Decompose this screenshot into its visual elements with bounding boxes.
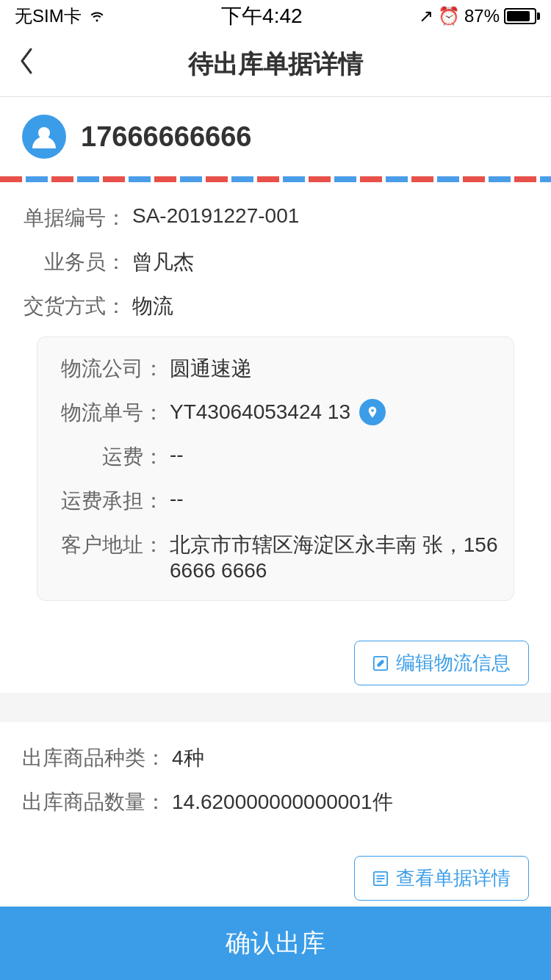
battery-percent: 87% (464, 6, 500, 26)
freight-value: -- (170, 443, 499, 466)
confirm-btn-wrap[interactable]: 确认出库 (0, 907, 551, 980)
nav-bar: 待出库单据详情 (0, 32, 551, 97)
salesman-label: 业务员： (22, 248, 132, 276)
location-status-icon: ↗ (419, 6, 433, 26)
page-title: 待出库单据详情 (188, 48, 363, 82)
freight-label: 运费： (52, 443, 170, 471)
logistics-company-label: 物流公司： (52, 355, 170, 383)
delivery-value: 物流 (132, 292, 529, 320)
edit-logistics-label: 编辑物流信息 (396, 650, 511, 676)
alarm-icon: ⏰ (438, 6, 460, 26)
goods-types-label: 出库商品种类： (22, 744, 172, 772)
logistics-card: 物流公司： 圆通速递 物流单号： YT43064053424 13 运费： --… (37, 336, 514, 601)
view-details-button[interactable]: 查看单据详情 (354, 856, 529, 901)
back-button[interactable] (18, 46, 35, 82)
status-bar: 无SIM卡 下午4:42 ↗ ⏰ 87% (0, 0, 551, 32)
order-no-label: 单据编号： (22, 204, 132, 232)
basic-info-section: 单据编号： SA-20191227-001 业务员： 曾凡杰 交货方式： 物流 … (0, 182, 551, 623)
goods-quantity-label: 出库商品数量： (22, 788, 172, 816)
logistics-company-row: 物流公司： 圆通速递 (52, 355, 499, 383)
order-no-value: SA-20191227-001 (132, 204, 529, 228)
edit-logistics-button[interactable]: 编辑物流信息 (354, 641, 529, 685)
freight-bear-label: 运费承担： (52, 487, 170, 515)
delivery-row: 交货方式： 物流 (22, 292, 529, 320)
wifi-icon (89, 6, 105, 26)
goods-types-row: 出库商品种类： 4种 (22, 744, 529, 772)
user-header: 17666666666 (0, 97, 551, 176)
battery-icon (504, 8, 536, 24)
goods-quantity-value: 14.620000000000001件 (172, 788, 529, 816)
tracking-number: YT43064053424 13 (170, 400, 350, 424)
status-time: 下午4:42 (221, 2, 303, 30)
address-value: 北京市市辖区海淀区永丰南 张，156 6666 6666 (170, 531, 499, 583)
goods-quantity-row: 出库商品数量： 14.620000000000001件 (22, 788, 529, 816)
status-left: 无SIM卡 (15, 4, 105, 28)
edit-btn-wrap: 编辑物流信息 (0, 623, 551, 693)
user-phone: 17666666666 (81, 121, 251, 153)
delivery-label: 交货方式： (22, 292, 132, 320)
logistics-company-value: 圆通速递 (170, 355, 499, 383)
salesman-value: 曾凡杰 (132, 248, 529, 276)
carrier-text: 无SIM卡 (15, 4, 82, 28)
avatar (22, 115, 66, 159)
tracking-value: YT43064053424 13 (170, 399, 499, 425)
freight-row: 运费： -- (52, 443, 499, 471)
salesman-row: 业务员： 曾凡杰 (22, 248, 529, 276)
order-no-row: 单据编号： SA-20191227-001 (22, 204, 529, 232)
address-row: 客户地址： 北京市市辖区海淀区永丰南 张，156 6666 6666 (52, 531, 499, 583)
address-label: 客户地址： (52, 531, 170, 559)
dashed-divider (0, 176, 551, 182)
location-icon[interactable] (359, 399, 386, 425)
goods-types-value: 4种 (172, 744, 529, 772)
section-divider (0, 693, 551, 707)
goods-section: 出库商品种类： 4种 出库商品数量： 14.620000000000001件 (0, 722, 551, 838)
view-details-label: 查看单据详情 (396, 865, 511, 891)
status-right: ↗ ⏰ 87% (419, 6, 536, 26)
confirm-button-label: 确认出库 (226, 926, 325, 960)
tracking-row: 物流单号： YT43064053424 13 (52, 399, 499, 427)
tracking-label: 物流单号： (52, 399, 170, 427)
freight-bear-value: -- (170, 487, 499, 511)
freight-bear-row: 运费承担： -- (52, 487, 499, 515)
